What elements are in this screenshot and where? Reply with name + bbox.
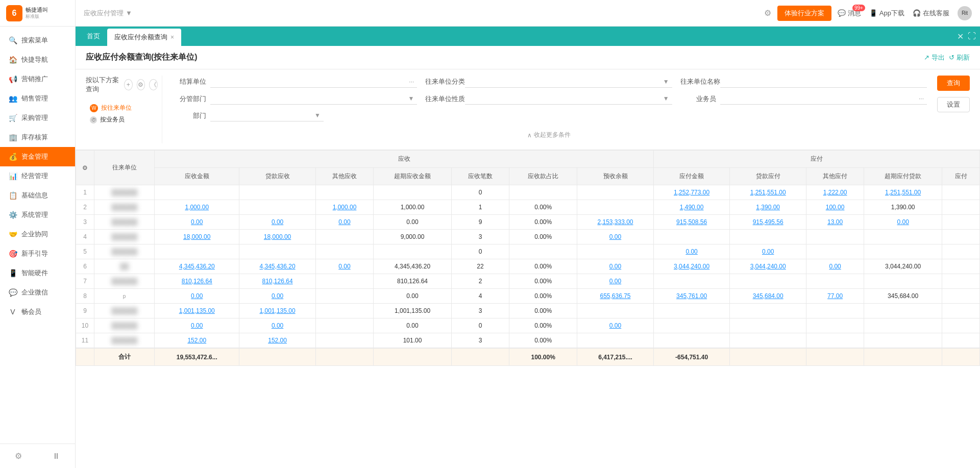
- unit-nature-select[interactable]: ▼: [465, 93, 672, 105]
- row-ar-amount[interactable]: 1,001,135.00: [155, 304, 239, 318]
- sidebar-item-system[interactable]: ⚙️ 系统管理: [0, 205, 75, 225]
- row-ar-loan[interactable]: 4,345,436.20: [239, 259, 316, 274]
- row-ar-prepaid[interactable]: 0.00: [577, 318, 654, 333]
- row-ap-amount[interactable]: 1,490.00: [653, 200, 730, 215]
- settings-button[interactable]: 设置: [937, 97, 970, 112]
- tab-home[interactable]: 首页: [80, 27, 107, 46]
- row-ar-prepaid[interactable]: 655,636.75: [577, 289, 654, 304]
- download-button[interactable]: 📱 App下载: [869, 9, 904, 18]
- message-button[interactable]: 💬 消息 99+: [838, 9, 861, 18]
- row-ar-loan[interactable]: 0.00: [239, 215, 316, 230]
- tab-close-icon[interactable]: ×: [170, 34, 174, 41]
- row-ar-loan[interactable]: 152.00: [239, 333, 316, 349]
- breadcrumb-chevron-icon[interactable]: ▼: [126, 9, 132, 17]
- sidebar-item-finance[interactable]: 💰 资金管理: [0, 147, 75, 166]
- filter-settings-btn[interactable]: ⚙: [137, 79, 145, 90]
- row-ap-overdue[interactable]: 1,251,551.00: [864, 185, 942, 200]
- row-ap-amount[interactable]: 3,044,240.00: [653, 259, 730, 274]
- row-ap-other[interactable]: 77.00: [806, 289, 864, 304]
- salesman-input[interactable]: ···: [720, 93, 927, 105]
- filter-collapse-btn[interactable]: 《: [149, 79, 158, 90]
- sidebar-item-wechat[interactable]: 💬 企业微信: [0, 283, 75, 302]
- sidebar-item-operation[interactable]: 📊 经营管理: [0, 166, 75, 186]
- export-button[interactable]: ↗ 导出: [924, 53, 945, 62]
- logo-text-block: 畅捷通叫 标准版: [26, 6, 48, 20]
- filter-add-btn[interactable]: +: [124, 79, 133, 90]
- row-ar-amount[interactable]: 18,000.00: [155, 230, 239, 244]
- th-ap-other: 其他应付: [806, 168, 864, 185]
- row-ap-extra: [942, 289, 980, 304]
- avatar[interactable]: Rit: [958, 6, 972, 20]
- sidebar-item-basic[interactable]: 📋 基础信息: [0, 186, 75, 205]
- row-ap-other[interactable]: 100.00: [806, 200, 864, 215]
- scheme-by-employee[interactable]: ⏱ 按业务员: [86, 114, 158, 126]
- row-ap-loan[interactable]: 3,044,240.00: [730, 259, 806, 274]
- row-ap-overdue[interactable]: 0.00: [864, 215, 942, 230]
- row-ap-amount[interactable]: 345,761.00: [653, 289, 730, 304]
- promo-button[interactable]: 体验行业方案: [777, 6, 831, 21]
- sidebar-item-inventory[interactable]: 🏢 库存核算: [0, 128, 75, 147]
- row-ap-loan[interactable]: 1,390.00: [730, 200, 806, 215]
- tab-ar-balance[interactable]: 应收应付余额查询 ×: [107, 29, 181, 46]
- row-ar-other: [315, 333, 373, 349]
- row-ar-amount[interactable]: 4,345,436.20: [155, 259, 239, 274]
- row-ar-amount[interactable]: 152.00: [155, 333, 239, 349]
- gear-icon[interactable]: ⚙: [764, 8, 771, 18]
- sidebar-item-member[interactable]: V 畅会员: [0, 302, 75, 322]
- settlement-label: 结算单位: [170, 77, 206, 86]
- row-ap-amount[interactable]: 0.00: [653, 244, 730, 259]
- row-ap-amount[interactable]: 915,508.56: [653, 215, 730, 230]
- sidebar-item-marketing[interactable]: 📢 营销推广: [0, 69, 75, 89]
- row-ap-amount[interactable]: 1,252,773.00: [653, 185, 730, 200]
- th-ar-loan: 贷款应收: [239, 168, 316, 185]
- row-ar-loan[interactable]: 0.00: [239, 318, 316, 333]
- row-ar-prepaid[interactable]: 0.00: [577, 259, 654, 274]
- sidebar-item-quick[interactable]: 🏠 快捷导航: [0, 50, 75, 69]
- sidebar-item-collab[interactable]: 🤝 企业协同: [0, 225, 75, 244]
- row-ar-loan[interactable]: 1,001,135.00: [239, 304, 316, 318]
- row-ap-other[interactable]: 0.00: [806, 259, 864, 274]
- row-ar-loan[interactable]: 810,126.64: [239, 274, 316, 289]
- settlement-input[interactable]: ···: [210, 76, 417, 88]
- row-ap-other[interactable]: 1,222.00: [806, 185, 864, 200]
- sidebar-item-sales[interactable]: 👥 销售管理: [0, 89, 75, 108]
- sidebar-settings-btn[interactable]: ⚙: [12, 448, 25, 464]
- sidebar-item-hardware[interactable]: 📱 智能硬件: [0, 263, 75, 283]
- row-ar-other[interactable]: 0.00: [315, 215, 373, 230]
- unit-name-input[interactable]: [720, 76, 927, 88]
- sidebar-item-guide[interactable]: 🎯 新手引导: [0, 244, 75, 263]
- scheme-by-unit[interactable]: W 按往来单位: [86, 102, 158, 114]
- row-ar-prepaid[interactable]: 0.00: [577, 230, 654, 244]
- row-ar-other[interactable]: 1,000.00: [315, 200, 373, 215]
- row-ar-other[interactable]: 0.00: [315, 259, 373, 274]
- row-ap-loan[interactable]: 345,684.00: [730, 289, 806, 304]
- sidebar-item-search[interactable]: 🔍 搜索菜单: [0, 31, 75, 50]
- row-ar-loan[interactable]: 0.00: [239, 289, 316, 304]
- row-ar-amount[interactable]: 0.00: [155, 215, 239, 230]
- query-button[interactable]: 查询: [937, 76, 970, 91]
- row-ap-loan[interactable]: 1,251,551.00: [730, 185, 806, 200]
- row-ar-amount[interactable]: 1,000.00: [155, 200, 239, 215]
- dept-select[interactable]: ▼: [210, 110, 324, 121]
- collapse-more-btn[interactable]: ∧ 收起更多条件: [170, 127, 927, 143]
- sidebar-item-purchase[interactable]: 🛒 采购管理: [0, 108, 75, 128]
- table-settings-th[interactable]: ⚙: [76, 151, 94, 185]
- maximize-icon[interactable]: ⛶: [968, 32, 976, 41]
- refresh-button[interactable]: ↺ 刷新: [949, 53, 970, 62]
- row-ar-prepaid[interactable]: 2,153,333.00: [577, 215, 654, 230]
- sidebar-collapse-btn[interactable]: ⏸: [49, 449, 63, 464]
- service-button[interactable]: 🎧 在线客服: [913, 9, 949, 18]
- row-ar-prepaid[interactable]: 0.00: [577, 274, 654, 289]
- row-ap-other[interactable]: 13.00: [806, 215, 864, 230]
- row-ar-amount[interactable]: 0.00: [155, 318, 239, 333]
- row-ar-loan[interactable]: 18,000.00: [239, 230, 316, 244]
- row-ar-amount[interactable]: 810,126.64: [155, 274, 239, 289]
- unit-category-select[interactable]: ▼: [465, 76, 672, 88]
- row-ap-other: [806, 304, 864, 318]
- footer-ap-amount: -654,751.40: [653, 348, 730, 366]
- row-ar-amount[interactable]: 0.00: [155, 289, 239, 304]
- row-ap-loan[interactable]: 0.00: [730, 244, 806, 259]
- dept-manager-select[interactable]: ▼: [210, 93, 417, 105]
- close-window-icon[interactable]: ✕: [957, 32, 964, 41]
- row-ap-loan[interactable]: 915,495.56: [730, 215, 806, 230]
